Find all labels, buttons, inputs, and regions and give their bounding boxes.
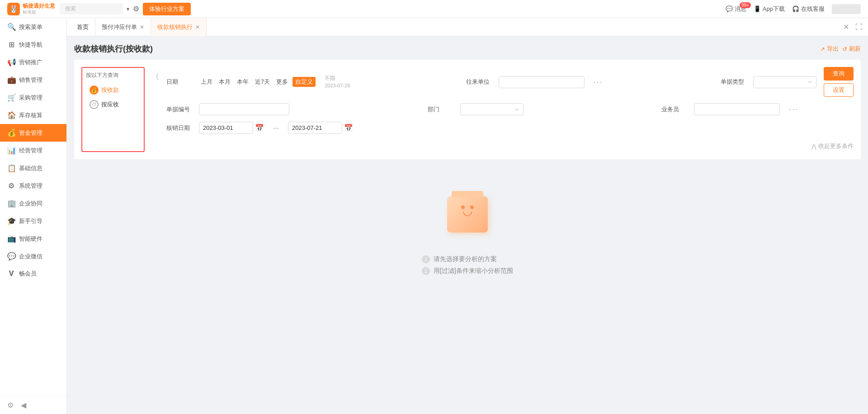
empty-eyes xyxy=(461,205,474,209)
collapse-more-button[interactable]: ⋀ 收起更多条件 xyxy=(166,140,854,152)
query-button[interactable]: 查询 xyxy=(824,67,854,81)
tab-prepay-label: 预付冲应付单 xyxy=(102,23,137,31)
logo: 🐰 畅捷通好生意 标准版 xyxy=(7,3,55,15)
top-bar-center: 搜索 ▾ ⚙ 体验行业方案 xyxy=(60,3,721,15)
tab-prepay-close-icon[interactable]: ✕ xyxy=(140,24,144,30)
hint2-text: 用[过滤]条件来缩小分析范围 xyxy=(434,267,513,275)
date-shortcut-thisyear[interactable]: 本年 xyxy=(235,77,250,87)
empty-illustration xyxy=(440,192,495,246)
logo-icon: 🐰 xyxy=(7,3,20,15)
online-service-button[interactable]: 🎧 在线客服 xyxy=(792,5,825,13)
date-shortcut-lastmonth[interactable]: 上月 xyxy=(199,77,214,87)
sidebar-item-search[interactable]: 🔍 搜索菜单 xyxy=(0,18,66,36)
bottom-settings-icon[interactable]: ⚙ xyxy=(7,401,14,409)
sidebar-item-finance[interactable]: 💰 资金管理 xyxy=(0,124,66,142)
salesperson-dots-button[interactable]: ··· xyxy=(787,105,800,114)
verify-date-start-calendar-icon[interactable]: 📅 xyxy=(255,124,264,132)
department-select[interactable] xyxy=(460,103,524,115)
verify-date-start-group: 📅 xyxy=(199,122,264,134)
sidebar-item-marketing[interactable]: 📢 营销推广 xyxy=(0,53,66,71)
tab-prepay-offset[interactable]: 预付冲应付单 ✕ xyxy=(95,18,151,36)
date-nolimit-text: 不限 xyxy=(325,75,350,82)
sidebar-item-purchase[interactable]: 🛒 采购管理 xyxy=(0,89,66,106)
sidebar-item-operations[interactable]: 📊 经营管理 xyxy=(0,142,66,159)
filter-option-receipt[interactable]: 💰 按收款 xyxy=(86,83,140,97)
filter-collapse-button[interactable]: 《 xyxy=(150,71,161,84)
bill-type-select[interactable] xyxy=(753,76,816,88)
date-shortcut-7days[interactable]: 近7天 xyxy=(253,77,272,87)
empty-hint-2: 2 用[过滤]条件来缩小分析范围 xyxy=(422,267,513,275)
sidebar-bottom: ⚙ ◀ xyxy=(0,396,66,414)
refresh-button[interactable]: ↺ 刷新 xyxy=(842,45,861,53)
export-button[interactable]: ↗ 导出 xyxy=(820,45,839,53)
message-icon: 💬 xyxy=(726,5,733,12)
date-shortcut-more[interactable]: 更多 xyxy=(274,77,290,87)
sidebar-item-enterprise[interactable]: 🏢 企业协同 xyxy=(0,195,66,212)
search-icon: 🔍 xyxy=(7,23,15,31)
empty-eye-right xyxy=(470,205,474,209)
export-label: 导出 xyxy=(827,45,839,53)
sidebar-label-basic: 基础信息 xyxy=(19,164,42,172)
date-shortcut-custom[interactable]: 自定义 xyxy=(292,77,316,87)
sidebar-item-inventory[interactable]: 🏠 库存核算 xyxy=(0,106,66,124)
tab-home[interactable]: 首页 xyxy=(71,18,95,36)
department-label: 部门 xyxy=(428,105,453,114)
tab-bar-actions: ✕ ⛶ xyxy=(841,21,864,33)
app-edition: 标准版 xyxy=(23,10,55,15)
sidebar-item-hardware[interactable]: 📺 智能硬件 xyxy=(0,230,66,247)
salesperson-label: 业务员 xyxy=(661,105,687,114)
verify-date-end-input[interactable] xyxy=(288,122,342,134)
filter-option-receipt-label: 按收款 xyxy=(101,86,119,94)
tab-receivable-close-icon[interactable]: ✕ xyxy=(195,24,200,30)
filter-fields: 日期 上月 本月 本年 近7天 更多 自定义 不限 2023-07-26 xyxy=(166,67,854,152)
sidebar-label-enterprise: 企业协同 xyxy=(19,200,42,208)
counterpart-input[interactable] xyxy=(499,76,585,88)
dropdown-arrow-icon[interactable]: ▾ xyxy=(127,6,129,12)
industry-solution-button[interactable]: 体验行业方案 xyxy=(143,3,191,15)
filter-section-title: 按以下方查询 xyxy=(86,71,140,79)
tab-expand-icon[interactable]: ⛶ xyxy=(854,21,864,33)
top-bar-right: 💬 消息 99+ 📱 App下载 🎧 在线客服 xyxy=(726,4,861,14)
basic-icon: 📋 xyxy=(7,164,15,172)
sidebar-item-member[interactable]: V 畅会员 xyxy=(0,265,66,282)
sidebar-item-sales[interactable]: 💼 销售管理 xyxy=(0,71,66,89)
app-download-button[interactable]: 📱 App下载 xyxy=(754,5,785,13)
empty-hint-1: 1 请先选择要分析的方案 xyxy=(422,255,497,263)
sidebar-label-hardware: 智能硬件 xyxy=(19,235,42,243)
salesperson-input[interactable] xyxy=(694,103,780,115)
sidebar-collapse-icon[interactable]: ◀ xyxy=(21,401,26,409)
finance-icon: 💰 xyxy=(7,128,15,137)
bill-no-input[interactable] xyxy=(199,103,289,115)
collapse-more-label: 收起更多条件 xyxy=(818,142,854,150)
date-shortcut-thismonth[interactable]: 本月 xyxy=(217,77,232,87)
sidebar-item-basic[interactable]: 📋 基础信息 xyxy=(0,159,66,177)
date-range-separator: — xyxy=(271,124,281,131)
filter-option-receivable[interactable]: ⏱ 按应收 xyxy=(86,97,140,112)
filter-actions: 查询 设置 xyxy=(824,67,854,97)
settings-gear-icon[interactable]: ⚙ xyxy=(133,5,139,13)
member-icon: V xyxy=(7,270,15,278)
settings-button[interactable]: 设置 xyxy=(824,83,854,97)
tab-close-all-icon[interactable]: ✕ xyxy=(841,21,851,33)
verify-date-end-calendar-icon[interactable]: 📅 xyxy=(344,124,353,132)
sidebar-item-guide[interactable]: 🎓 新手引导 xyxy=(0,212,66,230)
sidebar-item-quicknav[interactable]: ⊞ 快捷导航 xyxy=(0,36,66,53)
sidebar-item-wechat[interactable]: 💬 企业微信 xyxy=(0,247,66,265)
sidebar-label-finance: 资金管理 xyxy=(19,129,42,137)
user-avatar[interactable] xyxy=(832,4,861,14)
filter-row-3: 核销日期 📅 — 📅 xyxy=(166,122,854,134)
sales-icon: 💼 xyxy=(7,76,15,84)
empty-state: 1 请先选择要分析的方案 2 用[过滤]条件来缩小分析范围 xyxy=(74,165,861,302)
sidebar-item-system[interactable]: ⚙ 系统管理 xyxy=(0,177,66,195)
export-icon: ↗ xyxy=(820,46,825,52)
sidebar-label-wechat: 企业微信 xyxy=(19,252,42,261)
verify-date-start-input[interactable] xyxy=(199,122,253,134)
tab-bar: 首页 预付冲应付单 ✕ 收款核销执行 ✕ ✕ ⛶ xyxy=(67,18,868,36)
date-shortcuts: 上月 本月 本年 近7天 更多 自定义 xyxy=(199,77,316,87)
marketing-icon: 📢 xyxy=(7,58,15,67)
hint1-number: 1 xyxy=(422,255,430,263)
empty-hints: 1 请先选择要分析的方案 2 用[过滤]条件来缩小分析范围 xyxy=(422,255,513,275)
counterpart-dots-button[interactable]: ··· xyxy=(592,77,605,87)
tab-receivable-offset[interactable]: 收款核销执行 ✕ xyxy=(151,18,207,36)
messages-button[interactable]: 💬 消息 99+ xyxy=(726,5,746,13)
